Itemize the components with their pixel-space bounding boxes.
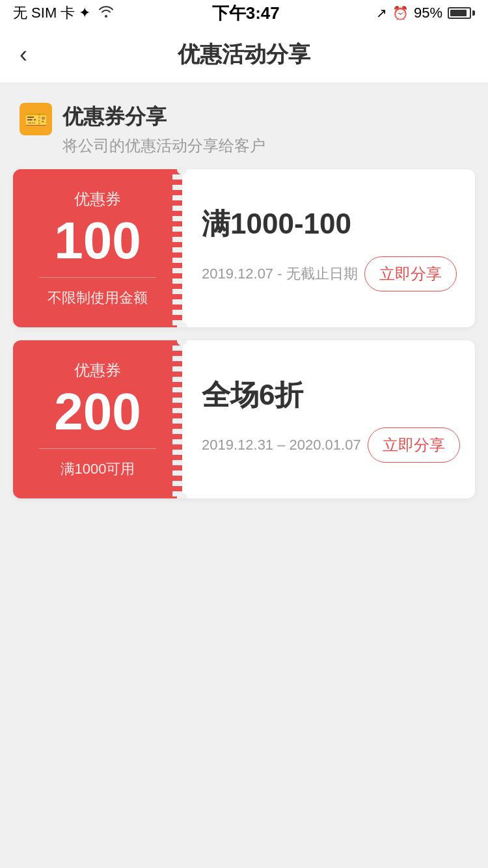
section-text: 优惠券分享 将公司的优惠活动分享给客户 <box>62 103 265 156</box>
coupon-list: 优惠券 100 不限制使用金额 满1000-100 2019.12.07 - 无… <box>0 169 488 511</box>
coupon-divider-1 <box>39 277 156 278</box>
location-icon: ↗ <box>376 5 387 21</box>
section-title: 优惠券分享 <box>62 103 265 131</box>
section-header: 🎫 优惠券分享 将公司的优惠活动分享给客户 <box>0 83 488 169</box>
coupon-left-1: 优惠券 100 不限制使用金额 <box>13 169 182 327</box>
coupon-label-2: 优惠券 <box>74 360 121 381</box>
wifi-icon <box>97 5 115 21</box>
coupon-info-row-2: 2019.12.31 – 2020.01.07 立即分享 <box>202 427 455 463</box>
coupon-left-2: 优惠券 200 满1000可用 <box>13 340 182 498</box>
share-button-2[interactable]: 立即分享 <box>368 427 460 463</box>
coupon-right-1: 满1000-100 2019.12.07 - 无截止日期 立即分享 <box>182 169 475 327</box>
battery-percent: 95% <box>414 5 442 21</box>
coupon-amount-2: 200 <box>54 386 141 438</box>
coupon-divider-2 <box>39 448 156 449</box>
section-subtitle: 将公司的优惠活动分享给客户 <box>62 135 265 156</box>
page-title: 优惠活动分享 <box>178 40 310 70</box>
alarm-icon: ⏰ <box>392 5 409 21</box>
coupon-label-1: 优惠券 <box>74 189 121 210</box>
coupon-amount-1: 100 <box>54 215 141 267</box>
coupon-card-2: 优惠券 200 满1000可用 全场6折 2019.12.31 – 2020.0… <box>13 340 475 498</box>
coupon-name-1: 满1000-100 <box>202 205 455 243</box>
coupon-info-row-1: 2019.12.07 - 无截止日期 立即分享 <box>202 256 455 292</box>
coupon-dates-1: 2019.12.07 - 无截止日期 <box>202 264 358 284</box>
coupon-condition-2: 满1000可用 <box>61 459 135 479</box>
status-right: ↗ ⏰ 95% <box>376 5 475 21</box>
status-left: 无 SIM 卡 ✦ <box>13 3 115 23</box>
coupon-dates-2: 2019.12.31 – 2020.01.07 <box>202 437 361 454</box>
section-icon: 🎫 <box>20 103 52 135</box>
coupon-card-1: 优惠券 100 不限制使用金额 满1000-100 2019.12.07 - 无… <box>13 169 475 327</box>
back-button[interactable]: ‹ <box>20 41 27 68</box>
status-bar: 无 SIM 卡 ✦ 下午3:47 ↗ ⏰ 95% <box>0 0 488 26</box>
share-button-1[interactable]: 立即分享 <box>364 256 457 292</box>
status-time: 下午3:47 <box>212 2 280 25</box>
nav-bar: ‹ 优惠活动分享 <box>0 26 488 83</box>
coupon-right-2: 全场6折 2019.12.31 – 2020.01.07 立即分享 <box>182 340 475 498</box>
sim-text: 无 SIM 卡 ✦ <box>13 3 90 23</box>
coupon-condition-1: 不限制使用金额 <box>47 288 148 308</box>
battery-icon <box>448 7 475 19</box>
coupon-name-2: 全场6折 <box>202 376 455 414</box>
